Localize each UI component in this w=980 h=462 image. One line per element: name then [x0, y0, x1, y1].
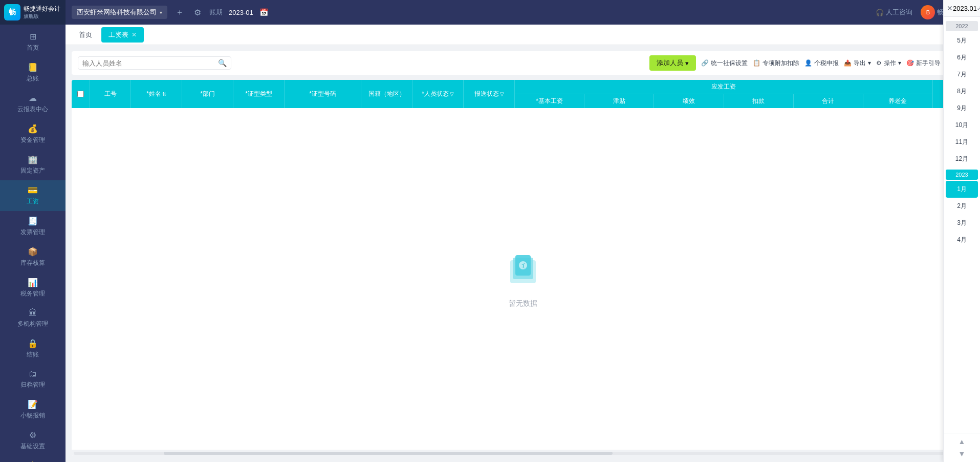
- empty-icon: :(: [503, 250, 543, 291]
- guide-button[interactable]: 🎯 新手引导: [906, 59, 941, 68]
- salary-icon: 💳: [28, 185, 38, 195]
- th-performance: 绩效: [654, 94, 724, 108]
- home-icon: ⊞: [30, 32, 36, 41]
- fixed-assets-icon: 🏢: [28, 155, 38, 164]
- right-panel-header: ✕ 2023.01 ⤢: [944, 0, 980, 17]
- invoice-icon: 🧾: [28, 216, 38, 226]
- th-total: 合计: [794, 94, 863, 108]
- period-value: 2023-01: [229, 9, 253, 16]
- tax-report-button[interactable]: 👤 个税申报: [804, 59, 839, 68]
- search-icon: 🔍: [218, 59, 227, 67]
- sidebar-item-salary[interactable]: 💳工资: [0, 180, 66, 211]
- chevron-down-icon: ▾: [160, 10, 162, 15]
- sidebar-item-guide[interactable]: 🌟新手引导: [0, 456, 66, 462]
- sort-icon[interactable]: ⇅: [162, 91, 166, 97]
- social-security-button[interactable]: 🔗 统一社保设置: [701, 59, 748, 68]
- gear-icon: ⚙: [876, 59, 882, 67]
- th-allowance: 津贴: [584, 94, 654, 108]
- company-name: 西安虾米网络科技有限公司: [77, 8, 157, 17]
- human-service-button[interactable]: 🎧 人工咨询: [876, 8, 912, 17]
- year-2023-label: 2023: [946, 170, 978, 180]
- logo-icon: 畅: [4, 4, 20, 20]
- multi-org-icon: 🏛: [29, 308, 37, 318]
- month-2022-10[interactable]: 10月: [944, 117, 980, 134]
- month-2022-11[interactable]: 11月: [944, 134, 980, 151]
- topbar: 西安虾米网络科技有限公司 ▾ ＋ ⚙ 账期 2023-01 📅 🎧 人工咨询 B…: [66, 0, 980, 25]
- sidebar-item-multi-org[interactable]: 🏛多机构管理: [0, 303, 66, 333]
- export-icon: 📤: [844, 59, 852, 67]
- scroll-down-button[interactable]: ▼: [944, 448, 980, 460]
- period-label: 账期: [209, 8, 223, 17]
- sidebar-item-archive[interactable]: 🗂归档管理: [0, 364, 66, 394]
- sidebar-item-close[interactable]: 🔒结账: [0, 333, 66, 364]
- salary-table: 工号 *姓名 ⇅ *部门 *证型类型 *证型号码 国籍（地区）: [72, 80, 974, 456]
- inventory-icon: 📦: [28, 247, 38, 257]
- company-selector[interactable]: 西安虾米网络科技有限公司 ▾: [72, 6, 167, 19]
- wages-group-title: 应发工资: [515, 80, 932, 94]
- right-panel: ✕ 2023.01 ⤢ 2022 5月 6月 7月 8月 9月 10月 11月 …: [943, 0, 980, 462]
- sidebar-item-fixed-assets[interactable]: 🏢固定资产: [0, 150, 66, 180]
- expand-icon[interactable]: ⤢: [977, 5, 980, 12]
- table-header: 工号 *姓名 ⇅ *部门 *证型类型 *证型号码 国籍（地区）: [72, 80, 974, 108]
- operations-button[interactable]: ⚙ 操作 ▾: [876, 59, 901, 68]
- table-scrollbar[interactable]: [72, 450, 974, 456]
- main-area: 西安虾米网络科技有限公司 ▾ ＋ ⚙ 账期 2023-01 📅 🎧 人工咨询 B…: [66, 0, 980, 462]
- sidebar-item-inventory[interactable]: 📦库存核算: [0, 242, 66, 272]
- sidebar-nav: ⊞首页📒总账☁云报表中心💰资金管理🏢固定资产💳工资🧾发票管理📦库存核算📊税务管理…: [0, 25, 66, 462]
- filter-icon2[interactable]: ▽: [500, 91, 504, 97]
- tab-salary-table[interactable]: 工资表 ✕: [101, 27, 144, 43]
- sidebar-item-invoice[interactable]: 🧾发票管理: [0, 211, 66, 242]
- special-deduction-button[interactable]: 📋 专项附加扣除: [753, 59, 799, 68]
- month-2022-7[interactable]: 7月: [944, 66, 980, 83]
- calendar-icon[interactable]: 📅: [259, 8, 268, 16]
- sidebar-item-tax[interactable]: 📊税务管理: [0, 272, 66, 303]
- select-all-checkbox[interactable]: [77, 91, 84, 97]
- month-2022-12[interactable]: 12月: [944, 151, 980, 167]
- sidebar-item-basic-settings[interactable]: ⚙基础设置: [0, 425, 66, 456]
- dropdown-icon: ▾: [685, 59, 689, 67]
- settings-icon[interactable]: ⚙: [192, 6, 203, 19]
- scroll-up-button[interactable]: ▲: [944, 435, 980, 448]
- app-name: 畅捷通好会计 旗舰版: [24, 5, 60, 20]
- filter-icon[interactable]: ▽: [450, 91, 454, 97]
- month-list: 2022 5月 6月 7月 8月 9月 10月 11月 12月 2023 1月 …: [944, 17, 980, 433]
- sidebar-item-home[interactable]: ⊞首页: [0, 27, 66, 57]
- th-checkbox[interactable]: [72, 80, 90, 108]
- sidebar: 畅 畅捷通好会计 旗舰版 ⊞首页📒总账☁云报表中心💰资金管理🏢固定资产💳工资🧾发…: [0, 0, 66, 462]
- th-wages-group: 应发工资 *基本工资 津贴 绩效 扣款 合计 养老金: [515, 80, 933, 108]
- expense-icon: 📝: [28, 400, 38, 409]
- fund-icon: 💰: [28, 124, 38, 134]
- month-2023-1[interactable]: 1月: [946, 181, 978, 198]
- basic-settings-icon: ⚙: [29, 430, 36, 440]
- month-2022-8[interactable]: 8月: [944, 83, 980, 100]
- month-2023-3[interactable]: 3月: [944, 215, 980, 232]
- headset-icon: 🎧: [876, 9, 884, 16]
- month-2023-4[interactable]: 4月: [944, 232, 980, 248]
- archive-icon: 🗂: [29, 369, 37, 379]
- toolbar: 🔍 添加人员 ▾ 🔗 统一社保设置 📋 专项附加扣除 👤 个税申报: [72, 51, 974, 75]
- add-person-button[interactable]: 添加人员 ▾: [649, 55, 696, 71]
- search-input[interactable]: [82, 59, 215, 67]
- content-area: 🔍 添加人员 ▾ 🔗 统一社保设置 📋 专项附加扣除 👤 个税申报: [66, 45, 980, 462]
- scrollbar-thumb: [164, 452, 613, 455]
- export-button[interactable]: 📤 导出 ▾: [844, 59, 871, 68]
- month-2022-6[interactable]: 6月: [944, 49, 980, 66]
- sidebar-item-ledger[interactable]: 📒总账: [0, 57, 66, 88]
- month-2023-2[interactable]: 2月: [944, 198, 980, 215]
- tab-home[interactable]: 首页: [72, 27, 99, 43]
- month-2022-9[interactable]: 9月: [944, 100, 980, 117]
- sidebar-item-fund[interactable]: 💰资金管理: [0, 119, 66, 150]
- th-deduction: 扣款: [724, 94, 794, 108]
- right-panel-close-button[interactable]: ✕: [947, 4, 953, 12]
- tab-bar: 首页 工资表 ✕: [66, 25, 980, 45]
- clipboard-icon: 📋: [753, 59, 760, 67]
- toolbar-right: 添加人员 ▾ 🔗 统一社保设置 📋 专项附加扣除 👤 个税申报 📤: [649, 55, 968, 71]
- sidebar-item-cloud-report[interactable]: ☁云报表中心: [0, 88, 66, 119]
- tax-icon: 📊: [28, 278, 38, 287]
- add-company-button[interactable]: ＋: [173, 5, 186, 20]
- month-2022-5[interactable]: 5月: [944, 32, 980, 49]
- tab-close-icon[interactable]: ✕: [132, 31, 137, 38]
- guide-icon: 🎯: [906, 59, 914, 67]
- svg-text::(: :(: [521, 263, 525, 268]
- sidebar-item-expense[interactable]: 📝小畅报销: [0, 394, 66, 425]
